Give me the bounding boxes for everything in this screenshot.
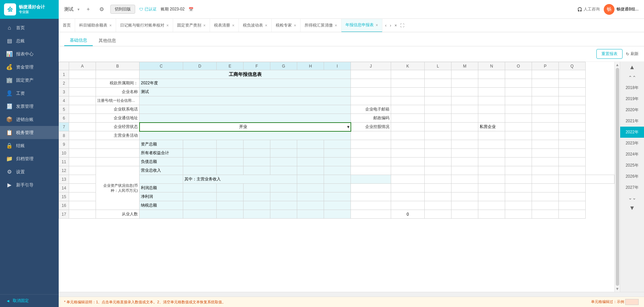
cell-15c[interactable]: 净利润: [140, 192, 183, 201]
tab-aux-balance[interactable]: 科目辅助余额表 ×: [75, 19, 116, 32]
cell-3m[interactable]: [451, 88, 478, 96]
topbar-settings-button[interactable]: ⚙: [97, 5, 106, 14]
cell-8l[interactable]: [425, 131, 451, 140]
cell-16g[interactable]: [270, 201, 297, 210]
tab-home[interactable]: 首页: [59, 19, 75, 32]
cell-10f[interactable]: [244, 149, 270, 158]
sidebar-item-tax[interactable]: 📋 税务管理: [0, 126, 59, 139]
cell-3p[interactable]: [532, 88, 559, 96]
cell-14n[interactable]: [478, 184, 505, 192]
cell-15n[interactable]: [478, 192, 505, 201]
dropdown-arrow-icon[interactable]: ▼: [346, 125, 351, 129]
cell-13l[interactable]: [451, 175, 478, 184]
cell-14k[interactable]: [391, 184, 425, 192]
tab-income-tax[interactable]: 所得税汇算清缴 ×: [301, 19, 341, 32]
cell-17i[interactable]: [324, 210, 351, 219]
cell-9p[interactable]: [532, 140, 559, 149]
cell-17b[interactable]: 从业人数: [96, 210, 140, 219]
cell-8o[interactable]: [505, 131, 532, 140]
cell-10g[interactable]: [270, 149, 297, 158]
cell-13h[interactable]: [324, 175, 351, 184]
cell-10i[interactable]: [324, 149, 351, 158]
cell-4n[interactable]: [478, 96, 505, 105]
sidebar-item-settings[interactable]: ⚙ 设置: [0, 165, 59, 178]
cell-10c[interactable]: 所有者权益合计: [140, 149, 183, 158]
sidebar-unpin-button[interactable]: ◄ 取消固定: [0, 294, 59, 307]
cell-11q[interactable]: [559, 158, 586, 166]
tab-tax-table[interactable]: 税表清册 ×: [210, 19, 239, 32]
cell-7k[interactable]: [391, 123, 425, 131]
cell-3b[interactable]: 企业名称: [96, 88, 140, 96]
year-panel-expand-down[interactable]: ⌄⌄: [620, 193, 644, 203]
cell-6o[interactable]: [505, 114, 532, 123]
cell-16h[interactable]: [297, 201, 324, 210]
cell-9b[interactable]: [96, 140, 140, 149]
cell-12d[interactable]: [183, 166, 217, 175]
scroll-thumb[interactable]: [616, 68, 619, 286]
cell-7a[interactable]: [69, 123, 96, 131]
sidebar-item-report[interactable]: 📊 报表中心: [0, 47, 59, 60]
cell-12a[interactable]: [69, 166, 96, 175]
cell-11k[interactable]: [391, 158, 425, 166]
cell-9o[interactable]: [505, 140, 532, 149]
cell-4j[interactable]: [351, 96, 391, 105]
cell-2k[interactable]: [391, 79, 425, 88]
cell-12q[interactable]: [559, 166, 586, 175]
cell-15m[interactable]: [451, 192, 478, 201]
cell-3a[interactable]: [69, 88, 96, 96]
sidebar-item-fund[interactable]: 💰 资金管理: [0, 60, 59, 74]
cell-12g[interactable]: [270, 166, 297, 175]
vertical-scrollbar[interactable]: ▲ ▼: [614, 62, 620, 292]
cell-17q[interactable]: [559, 210, 586, 219]
cell-17a[interactable]: [69, 210, 96, 219]
cell-1b[interactable]: [96, 70, 140, 79]
cell-2o[interactable]: [505, 79, 532, 88]
cell-10j[interactable]: [351, 149, 391, 158]
cell-11m[interactable]: [451, 158, 478, 166]
cell-1j[interactable]: [351, 70, 391, 79]
refresh-button[interactable]: ↻ 刷新: [626, 51, 639, 57]
cell-14p[interactable]: [532, 184, 559, 192]
year-panel-scroll-up[interactable]: ▲: [620, 62, 644, 73]
cell-15q[interactable]: [559, 192, 586, 201]
cell-17o[interactable]: [505, 210, 532, 219]
cell-13i[interactable]: [351, 175, 391, 184]
cell-13o[interactable]: [532, 175, 559, 184]
cell-9a[interactable]: [69, 140, 96, 149]
cell-1-title[interactable]: 工商年报信息表: [140, 70, 351, 79]
cell-6j[interactable]: 邮政编码: [351, 114, 391, 123]
cell-10p[interactable]: [532, 149, 559, 158]
cell-2m[interactable]: [451, 79, 478, 88]
cell-9f[interactable]: [244, 140, 270, 149]
cell-13j[interactable]: [391, 175, 425, 184]
cell-10k[interactable]: [391, 149, 425, 158]
cell-11b[interactable]: [96, 158, 140, 166]
tab-aux-balance-close[interactable]: ×: [109, 23, 112, 28]
cell-15f[interactable]: [244, 192, 270, 201]
cell-13m[interactable]: [478, 175, 505, 184]
cell-10a[interactable]: [69, 149, 96, 158]
cell-11d[interactable]: [183, 158, 217, 166]
tab-fixed-asset-cat[interactable]: 固定资产类别 ×: [173, 19, 210, 32]
year-item-2024[interactable]: 2024年: [620, 149, 644, 160]
cell-17l[interactable]: [425, 210, 451, 219]
cell-12e[interactable]: [217, 166, 244, 175]
cell-4k[interactable]: [391, 96, 425, 105]
cell-1q[interactable]: [559, 70, 586, 79]
cell-4c[interactable]: [140, 96, 351, 105]
cell-10n[interactable]: [478, 149, 505, 158]
cell-5q[interactable]: [559, 105, 586, 114]
cell-12i[interactable]: [324, 166, 351, 175]
tab-tax-expert-close[interactable]: ×: [294, 23, 296, 28]
cell-8p[interactable]: [532, 131, 559, 140]
cell-1a[interactable]: [69, 70, 96, 79]
cell-14g[interactable]: [270, 184, 297, 192]
cell-10d[interactable]: [183, 149, 217, 158]
cell-11a[interactable]: [69, 158, 96, 166]
cell-16i[interactable]: [324, 201, 351, 210]
sidebar-item-invoice[interactable]: 🧾 发票管理: [0, 100, 59, 113]
tab-tax-fluctuation-close[interactable]: ×: [265, 23, 267, 28]
cell-12h[interactable]: [297, 166, 324, 175]
tab-annual-report[interactable]: 年报信息申报表 ×: [341, 19, 382, 32]
cell-12j[interactable]: [351, 166, 391, 175]
